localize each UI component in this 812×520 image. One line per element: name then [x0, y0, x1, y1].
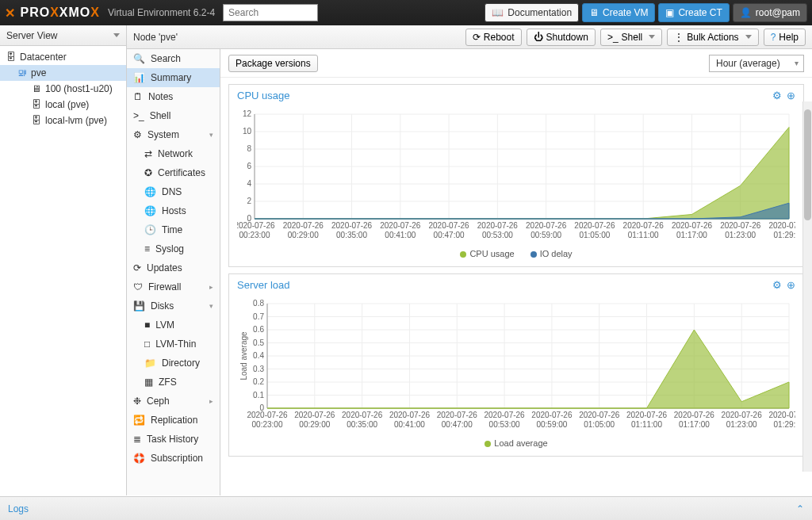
node-icon: 🖳 — [17, 67, 27, 78]
svg-text:00:35:00: 00:35:00 — [347, 420, 377, 429]
reboot-button[interactable]: ⟳Reboot — [465, 29, 522, 46]
svg-text:00:47:00: 00:47:00 — [442, 420, 473, 429]
user-menu-button[interactable]: 👤root@pam — [733, 3, 807, 22]
chevron-down-icon: ▾ — [209, 131, 213, 139]
certificate-icon: ✪ — [144, 167, 152, 178]
menu-task-history[interactable]: ≣Task History — [127, 430, 220, 449]
svg-text:2020-07-26: 2020-07-26 — [574, 221, 615, 230]
tree-datacenter[interactable]: 🗄Datacenter — [0, 49, 126, 65]
menu-lvm-thin[interactable]: □LVM-Thin — [127, 335, 220, 354]
server-view-selector[interactable]: Server View — [0, 25, 126, 46]
help-button[interactable]: ?Help — [764, 29, 806, 46]
logo-text-x: X — [50, 6, 59, 20]
clock-icon: 🕒 — [144, 224, 156, 235]
vertical-scrollbar[interactable] — [802, 101, 812, 472]
menu-system[interactable]: ⚙System▾ — [127, 125, 220, 144]
menu-syslog[interactable]: ≡Syslog — [127, 239, 220, 258]
search-input[interactable] — [223, 4, 318, 21]
ceph-icon: ❉ — [133, 396, 141, 407]
svg-text:00:53:00: 00:53:00 — [489, 420, 520, 429]
menu-replication[interactable]: 🔁Replication — [127, 411, 220, 430]
svg-text:01:11:00: 01:11:00 — [628, 231, 659, 239]
content-scroll[interactable]: CPU usage ⚙⊕ 0246810122020-07-2600:23:00… — [220, 78, 812, 495]
chart-settings-icon[interactable]: ⚙ — [772, 279, 782, 291]
svg-text:2020-07-26: 2020-07-26 — [342, 411, 383, 419]
note-icon: 🗒 — [133, 91, 143, 102]
menu-notes[interactable]: 🗒Notes — [127, 87, 220, 106]
legend-dot-cpu — [460, 251, 466, 258]
menu-disks[interactable]: 💾Disks▾ — [127, 296, 220, 315]
chevron-up-icon: ⌃ — [796, 503, 804, 514]
top-bar: ✕ PROXXMOX Virtual Environment 6.2-4 📖Do… — [0, 0, 812, 25]
svg-text:2020-07-26: 2020-07-26 — [429, 221, 470, 230]
tree-vm-100[interactable]: 🖥100 (host1-u20) — [0, 81, 126, 97]
svg-text:4: 4 — [247, 179, 251, 188]
svg-text:2020-07-26: 2020-07-26 — [437, 411, 478, 419]
chevron-right-icon: ▸ — [209, 283, 213, 291]
menu-ceph[interactable]: ❉Ceph▸ — [127, 392, 220, 411]
shutdown-button[interactable]: ⏻Shutdown — [527, 29, 596, 46]
block-icon: ■ — [144, 319, 150, 331]
bulk-actions-button[interactable]: ⋮Bulk Actions — [667, 29, 758, 46]
documentation-button[interactable]: 📖Documentation — [485, 3, 579, 22]
menu-network[interactable]: ⇄Network — [127, 144, 220, 163]
menu-dns[interactable]: 🌐DNS — [127, 182, 220, 201]
menu-lvm[interactable]: ■LVM — [127, 315, 220, 335]
menu-icon: ⋮ — [674, 32, 684, 43]
menu-shell[interactable]: >_Shell — [127, 106, 220, 125]
menu-hosts[interactable]: 🌐Hosts — [127, 201, 220, 220]
svg-text:00:29:00: 00:29:00 — [299, 420, 330, 429]
logs-panel-header[interactable]: Logs ⌃ — [0, 496, 812, 520]
svg-text:01:23:00: 01:23:00 — [725, 231, 756, 239]
shell-button[interactable]: >_Shell — [600, 29, 662, 46]
chart-settings-icon[interactable]: ⚙ — [772, 90, 782, 101]
tree-storage-local[interactable]: 🗄local (pve) — [0, 97, 126, 113]
shield-icon: 🛡 — [133, 281, 143, 292]
terminal-icon: >_ — [607, 32, 619, 43]
svg-text:00:59:00: 00:59:00 — [530, 231, 561, 239]
menu-summary[interactable]: 📊Summary — [127, 68, 220, 87]
svg-text:01:23:00: 01:23:00 — [726, 420, 757, 429]
resource-tree: 🗄Datacenter 🖳pve 🖥100 (host1-u20) 🗄local… — [0, 46, 126, 495]
create-vm-button[interactable]: 🖥Create VM — [582, 3, 655, 22]
globe-icon: 🌐 — [144, 186, 156, 197]
menu-subscription[interactable]: 🛟Subscription — [127, 449, 220, 468]
svg-text:00:59:00: 00:59:00 — [536, 420, 567, 429]
menu-zfs[interactable]: ▦ZFS — [127, 373, 220, 392]
menu-search[interactable]: 🔍Search — [127, 49, 220, 68]
storage-icon: 🗄 — [32, 115, 41, 126]
svg-text:2020-07-26: 2020-07-26 — [247, 411, 288, 419]
time-range-selector[interactable]: Hour (average) — [709, 55, 804, 72]
menu-firewall[interactable]: 🛡Firewall▸ — [127, 277, 220, 296]
chevron-down-icon — [113, 33, 120, 37]
svg-text:01:29:00: 01:29:00 — [774, 231, 795, 239]
tree-node-pve[interactable]: 🖳pve — [0, 65, 126, 81]
package-versions-button[interactable]: Package versions — [228, 55, 318, 72]
scrollbar-thumb[interactable] — [804, 109, 811, 220]
svg-text:2020-07-26: 2020-07-26 — [626, 411, 668, 419]
logo-text-1: PRO — [20, 6, 50, 20]
chart-refresh-icon[interactable]: ⊕ — [787, 279, 795, 291]
create-ct-button[interactable]: ▣Create CT — [658, 3, 729, 22]
svg-text:0.7: 0.7 — [253, 312, 264, 321]
block-outline-icon: □ — [144, 338, 150, 350]
terminal-icon: >_ — [133, 110, 144, 121]
svg-text:2020-07-26: 2020-07-26 — [477, 221, 519, 230]
power-icon: ⏻ — [534, 32, 543, 43]
menu-certificates[interactable]: ✪Certificates — [127, 163, 220, 182]
svg-text:01:05:00: 01:05:00 — [579, 231, 610, 239]
refresh-icon: ⟳ — [133, 262, 141, 273]
tree-storage-local-lvm[interactable]: 🗄local-lvm (pve) — [0, 113, 126, 128]
globe-icon: 🌐 — [144, 205, 156, 216]
chart-refresh-icon[interactable]: ⊕ — [787, 90, 795, 101]
svg-text:0.2: 0.2 — [253, 377, 264, 386]
svg-text:6: 6 — [247, 162, 251, 170]
logo-text-x2: X — [90, 6, 100, 20]
menu-directory[interactable]: 📁Directory — [127, 354, 220, 373]
node-toolbar: Node 'pve' ⟳Reboot ⏻Shutdown >_Shell ⋮Bu… — [127, 25, 812, 49]
menu-time[interactable]: 🕒Time — [127, 220, 220, 239]
cpu-usage-panel: CPU usage ⚙⊕ 0246810122020-07-2600:23:00… — [228, 84, 804, 267]
book-icon: 📖 — [492, 7, 504, 18]
legend-dot-io — [530, 251, 537, 258]
menu-updates[interactable]: ⟳Updates — [127, 258, 220, 277]
